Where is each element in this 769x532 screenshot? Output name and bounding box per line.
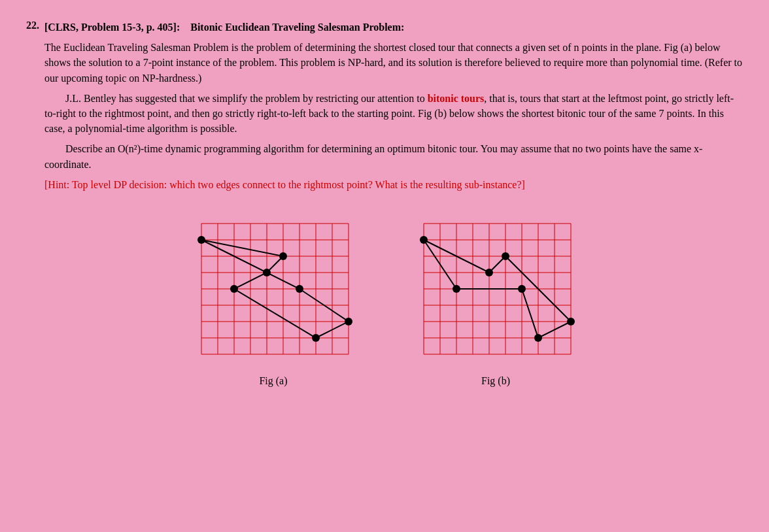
svg-point-22: [279, 252, 287, 260]
figures-row: Fig (a): [26, 217, 743, 387]
svg-point-49: [518, 285, 526, 293]
problem-text: [CLRS, Problem 15-3, p. 405]: Bitonic Eu…: [44, 20, 743, 197]
svg-point-47: [485, 269, 493, 276]
svg-point-45: [420, 236, 428, 244]
svg-point-21: [263, 269, 271, 276]
svg-point-19: [197, 236, 205, 244]
paragraph-1: The Euclidean Traveling Salesman Problem…: [44, 40, 743, 86]
paragraph-3: Describe an O(n²)-time dynamic programmi…: [44, 141, 743, 171]
figure-b-container: Fig (b): [411, 217, 581, 387]
para2-prefix: J.L. Bentley has suggested that we simpl…: [65, 93, 428, 104]
svg-point-24: [312, 334, 320, 342]
svg-point-25: [345, 318, 352, 325]
svg-point-46: [453, 285, 460, 293]
problem-header: 22. [CLRS, Problem 15-3, p. 405]: Bitoni…: [26, 20, 743, 197]
figure-a-svg: [188, 217, 358, 367]
figure-a-container: Fig (a): [188, 217, 358, 387]
svg-point-48: [502, 252, 509, 260]
fig-a-caption: Fig (a): [259, 375, 287, 387]
svg-point-20: [230, 285, 238, 293]
para2-highlight: bitonic tours: [428, 93, 485, 104]
paragraph-2: J.L. Bentley has suggested that we simpl…: [44, 91, 743, 137]
citation: [CLRS, Problem 15-3, p. 405]:: [44, 22, 180, 33]
fig-b-caption: Fig (b): [481, 375, 510, 387]
svg-point-23: [296, 285, 303, 293]
svg-point-50: [534, 334, 542, 342]
problem-container: 22. [CLRS, Problem 15-3, p. 405]: Bitoni…: [26, 20, 743, 387]
hint-text: [Hint: Top level DP decision: which two …: [44, 177, 743, 192]
title: Bitonic Euclidean Traveling Salesman Pro…: [190, 22, 404, 33]
problem-title-line: [CLRS, Problem 15-3, p. 405]: Bitonic Eu…: [44, 20, 743, 35]
problem-number: 22.: [26, 20, 39, 197]
svg-point-51: [567, 318, 575, 325]
figure-b-svg: [411, 217, 581, 367]
